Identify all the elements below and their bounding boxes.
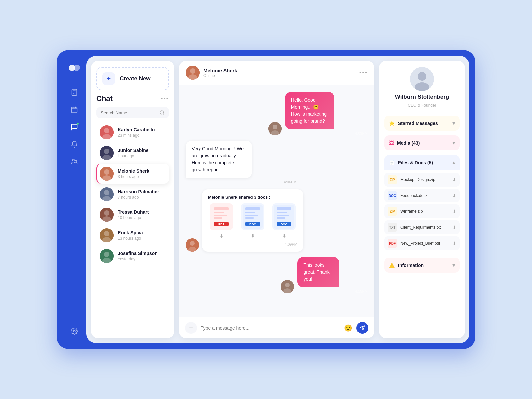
message-input[interactable] [201, 325, 340, 331]
files-list: ZIP Mockup_Design.zip ⬇ DOC Feedback.doc… [384, 170, 460, 253]
svg-point-1 [73, 65, 80, 71]
contact-name: Tressa Duhart [118, 209, 166, 215]
sidebar-item-settings[interactable] [67, 324, 82, 338]
contact-name: Josefina Simpson [118, 251, 166, 256]
chat-list-panel: + Create New Chat ••• [91, 61, 174, 338]
contact-name: Melonie Sherk [118, 168, 166, 174]
contact-time: 13 hours ago [118, 236, 166, 241]
chat-more-button[interactable]: ••• [161, 95, 169, 102]
sidebar-item-group[interactable] [67, 154, 82, 169]
txt-icon: TXT [388, 223, 397, 232]
sidebar-item-notes[interactable] [67, 85, 82, 100]
sender-avatar [281, 280, 294, 293]
main-panels: + Create New Chat ••• [86, 56, 469, 343]
chat-title: Chat [96, 94, 113, 103]
accordion-files: 📄 Files & Docs (5) ▴ ZIP Mockup_Design.z… [384, 155, 460, 253]
contact-info: Karlyn Carabello 23 mins ago [118, 127, 166, 138]
download-button[interactable]: ⬇ [452, 209, 456, 214]
contact-info: Tressa Duhart 10 hours ago [118, 209, 166, 220]
contact-time: 10 hours ago [118, 215, 166, 220]
svg-point-10 [73, 159, 75, 161]
chat-top-name: Melonie Sherk [203, 68, 355, 73]
contact-item[interactable]: Junior Sabine Hour ago [96, 143, 169, 163]
create-new-card[interactable]: + Create New [96, 67, 169, 90]
message-time: 4:15PM [297, 289, 368, 293]
chat-options-button[interactable]: ••• [359, 69, 368, 76]
sender-avatar [186, 238, 199, 252]
accordion-files-header[interactable]: 📄 Files & Docs (5) ▴ [384, 155, 460, 170]
accordion-info-header[interactable]: ⚠️ Information ▾ [384, 258, 460, 273]
svg-rect-46 [214, 207, 229, 210]
svg-point-72 [418, 72, 426, 81]
download-button[interactable]: ⬇ [452, 225, 456, 230]
file-row: PDF New_Project_Brief.pdf ⬇ [384, 236, 460, 250]
svg-rect-56 [245, 217, 254, 219]
svg-line-14 [163, 114, 164, 115]
info-label: Information [398, 263, 449, 268]
contact-item[interactable]: Karlyn Carabello 23 mins ago [96, 122, 169, 142]
file-name: New_Project_Brief.pdf [400, 241, 449, 246]
docs-grid: PDF ⬇ [208, 203, 297, 239]
avatar [100, 125, 114, 139]
contact-name: Erick Spiva [118, 230, 166, 235]
sidebar-item-bell[interactable] [67, 137, 82, 152]
message-text: Hello, Good Morning..! 😊How is marketing… [285, 92, 335, 129]
profile-avatar [410, 67, 434, 91]
message-text: This looks great. Thank you! [297, 257, 339, 287]
message-bubble-received: Very Good Morning..! We are growing grad… [186, 141, 297, 184]
svg-point-19 [104, 149, 109, 154]
download-icon[interactable]: ⬇ [219, 233, 224, 239]
files-label: Files & Docs (5) [398, 160, 449, 165]
chat-header: Chat ••• [96, 94, 169, 103]
svg-point-67 [285, 283, 290, 287]
chat-messages: Hello, Good Morning..! 😊How is marketing… [179, 85, 374, 317]
message-text: Very Good Morning..! We are growing grad… [186, 141, 252, 178]
contact-item[interactable]: Harrison Palmatier 7 hours ago [96, 184, 169, 204]
sidebar-item-calendar[interactable] [67, 102, 82, 117]
svg-rect-62 [277, 215, 289, 216]
contact-item[interactable]: Josefina Simpson Yesterday [96, 246, 169, 266]
download-button[interactable]: ⬇ [452, 193, 456, 198]
contact-info: Harrison Palmatier 7 hours ago [118, 189, 166, 200]
doc-item: DOC ⬇ [271, 203, 297, 239]
contact-item[interactable]: Tressa Duhart 10 hours ago [96, 205, 169, 225]
accordion-media-header[interactable]: 🖼 Media (43) ▾ [384, 135, 460, 150]
download-button[interactable]: ⬇ [452, 177, 456, 182]
contact-time: Yesterday [118, 257, 166, 261]
add-attachment-button[interactable]: + [185, 322, 197, 334]
app-logo[interactable] [67, 61, 82, 75]
contact-time: 3 hours ago [118, 174, 166, 179]
accordion-info: ⚠️ Information ▾ [384, 258, 460, 273]
sidebar-item-chat[interactable] [67, 120, 82, 134]
svg-point-13 [160, 111, 164, 114]
contact-info: Josefina Simpson Yesterday [118, 251, 166, 261]
files-icon: 📄 [389, 160, 395, 165]
contact-item[interactable]: Erick Spiva 13 hours ago [96, 225, 169, 245]
docs-card: Melonie Sherk shared 3 docs : [202, 189, 303, 252]
profile-section: Wilburn Stoltenberg CEO & Founder [384, 67, 460, 111]
send-button[interactable] [356, 322, 368, 334]
svg-point-16 [104, 128, 109, 133]
contact-time: 23 mins ago [118, 133, 166, 138]
emoji-button[interactable]: 🙂 [344, 324, 352, 332]
create-new-label: Create New [120, 75, 151, 82]
svg-point-40 [273, 125, 277, 129]
download-button[interactable]: ⬇ [452, 241, 456, 246]
contact-info: Melonie Sherk 3 hours ago [118, 168, 166, 179]
contact-info: Junior Sabine Hour ago [118, 148, 166, 158]
file-row: ZIP Mockup_Design.zip ⬇ [384, 173, 460, 187]
svg-rect-48 [214, 215, 227, 216]
chevron-up-icon: ▴ [452, 159, 455, 166]
message-time: 4:09PM [208, 242, 297, 246]
accordion-starred-header[interactable]: ⭐ Starred Messages ▾ [384, 116, 460, 131]
download-icon[interactable]: ⬇ [251, 233, 255, 239]
search-input[interactable] [101, 110, 157, 115]
contact-time: 7 hours ago [118, 195, 166, 200]
message-time: 4:03PM [285, 131, 368, 135]
file-name: Client_Requirments.txt [400, 225, 449, 230]
download-icon[interactable]: ⬇ [282, 233, 286, 239]
contact-item-active[interactable]: Melonie Sherk 3 hours ago [96, 164, 169, 184]
svg-text:DOC: DOC [281, 223, 288, 226]
notification-dot [76, 122, 79, 125]
accordion-media: 🖼 Media (43) ▾ [384, 135, 460, 150]
